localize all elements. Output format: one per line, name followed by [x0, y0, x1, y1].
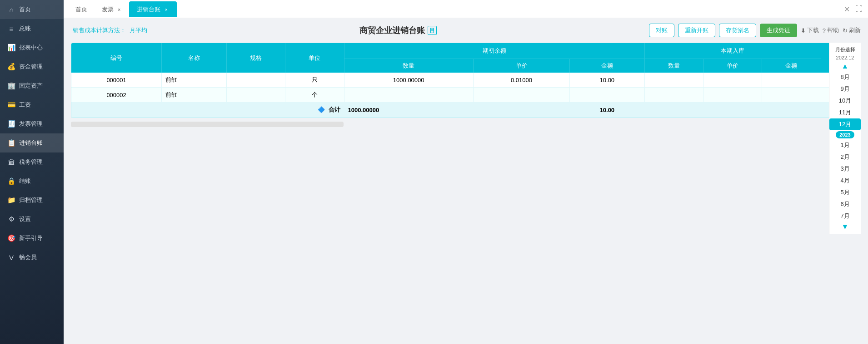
- col-header-spec: 规格: [226, 43, 285, 73]
- generate-voucher-button[interactable]: 生成凭证: [760, 24, 797, 37]
- sidebar-item-ledger[interactable]: ≡ 总账: [0, 19, 64, 38]
- stock-ledger-table: 编号 名称 规格 单位 期初余额 本期入库 数 数量 单价 金额 数: [71, 43, 860, 118]
- total-ruku-amount: [762, 103, 821, 118]
- sidebar-item-member[interactable]: V 畅会员: [0, 248, 64, 267]
- save-alias-button[interactable]: 存货别名: [719, 24, 756, 37]
- window-maximize-button[interactable]: ⛶: [853, 4, 864, 14]
- cell-ruku-qty: [644, 88, 703, 103]
- month-item-4[interactable]: 4月: [829, 175, 861, 187]
- sidebar-item-invoice-mgmt[interactable]: 🧾 发票管理: [0, 114, 64, 133]
- tab-invoice-close[interactable]: ×: [116, 6, 122, 13]
- table-body: 000001 前缸 只 1000.00000 0.01000 10.00: [71, 73, 860, 118]
- col-header-unit: 单位: [285, 43, 344, 73]
- cell-unit: 只: [285, 73, 344, 88]
- col-sub-qichu-qty: 数量: [344, 59, 473, 73]
- col-header-qichu: 期初余额: [344, 43, 644, 59]
- tab-stock-ledger[interactable]: 进销台账 ×: [129, 1, 176, 17]
- cell-ruku-price: [703, 88, 762, 103]
- cell-qichu-qty: 1000.00000: [344, 73, 473, 88]
- cell-id: 000001: [71, 73, 162, 88]
- month-item-7[interactable]: 7月: [829, 210, 861, 222]
- sidebar-item-label: 首页: [19, 5, 31, 14]
- tab-invoice-label: 发票: [102, 5, 114, 14]
- total-qichu-qty: 1000.00000: [344, 103, 473, 118]
- sidebar-item-fixed-assets[interactable]: 🏢 固定资产: [0, 76, 64, 95]
- tab-home-label: 首页: [75, 5, 87, 14]
- help-button[interactable]: ? 帮助: [823, 26, 839, 34]
- page-title-text: 商贸企业进销台账: [359, 25, 425, 36]
- refresh-button[interactable]: ↻ 刷新: [843, 26, 861, 34]
- col-sub-ruku-price: 单价: [703, 59, 762, 73]
- month-item-9[interactable]: 9月: [829, 83, 861, 95]
- settings-icon: ⚙: [7, 215, 15, 223]
- month-item-5[interactable]: 5月: [829, 187, 861, 198]
- year-marker-2023: 2023: [836, 131, 854, 138]
- month-item-6[interactable]: 6月: [829, 198, 861, 210]
- sidebar-item-payroll[interactable]: 💳 工资: [0, 95, 64, 114]
- total-ruku-qty: [644, 103, 703, 118]
- sidebar-item-stock-ledger[interactable]: 📋 进销台账: [0, 133, 64, 152]
- tab-stock-ledger-close[interactable]: ×: [163, 6, 169, 13]
- download-button[interactable]: ⬇ 下载: [801, 26, 819, 34]
- month-item-12[interactable]: 12月: [829, 118, 861, 130]
- sidebar-item-archive[interactable]: 📁 归档管理: [0, 191, 64, 210]
- sidebar-item-label: 工资: [19, 101, 31, 109]
- cell-spec: [226, 88, 285, 103]
- window-controls: ✕ ⛶: [842, 0, 868, 18]
- sidebar-item-tax[interactable]: 🏛 税务管理: [0, 152, 64, 172]
- col-sub-ruku-qty: 数量: [644, 59, 703, 73]
- total-qichu-price: [473, 103, 569, 118]
- stock-ledger-icon: 📋: [7, 139, 15, 147]
- table-row: 000001 前缸 只 1000.00000 0.01000 10.00: [71, 73, 860, 88]
- tab-stock-ledger-label: 进销台账: [137, 5, 160, 14]
- tax-icon: 🏛: [7, 158, 15, 166]
- table-month-wrapper: 编号 名称 规格 单位 期初余额 本期入库 数 数量 单价 金额 数: [71, 43, 861, 118]
- table-row: 000002 前缸 个: [71, 88, 860, 103]
- sidebar-item-label: 进销台账: [19, 139, 43, 147]
- funds-icon: 💰: [7, 63, 15, 71]
- cell-id: 000002: [71, 88, 162, 103]
- month-item-10[interactable]: 10月: [829, 95, 861, 107]
- month-scroll-down[interactable]: ▼: [842, 222, 849, 232]
- sidebar-item-label: 固定资产: [19, 82, 43, 90]
- sidebar-item-close[interactable]: 🔒 结账: [0, 172, 64, 191]
- sidebar-item-label: 畅会员: [19, 253, 37, 261]
- sidebar-item-reports[interactable]: 📊 报表中心: [0, 38, 64, 57]
- main-area: 首页 发票 × 进销台账 × ✕ ⛶ 销售成本计算方法： 月平均 商贸: [64, 0, 868, 344]
- horizontal-scrollbar[interactable]: [71, 122, 344, 127]
- tab-invoice[interactable]: 发票 ×: [95, 2, 129, 17]
- close-period-icon: 🔒: [7, 177, 15, 185]
- reconcile-button[interactable]: 对账: [649, 24, 674, 37]
- sidebar-item-settings[interactable]: ⚙ 设置: [0, 210, 64, 229]
- sidebar-item-label: 新手引导: [19, 234, 43, 242]
- sidebar-item-label: 资金管理: [19, 63, 43, 71]
- cell-name: 前缸: [162, 88, 227, 103]
- invoice-mgmt-icon: 🧾: [7, 120, 15, 128]
- month-item-1[interactable]: 1月: [829, 139, 861, 151]
- tab-home[interactable]: 首页: [68, 2, 95, 17]
- cost-method-label: 销售成本计算方法：: [73, 27, 126, 34]
- page-title-icon[interactable]: 目: [428, 26, 437, 35]
- sidebar-item-label: 归档管理: [19, 196, 43, 204]
- cost-method-value: 月平均: [130, 27, 147, 34]
- month-item-2[interactable]: 2月: [829, 151, 861, 163]
- cell-name: 前缸: [162, 73, 227, 88]
- col-sub-qichu-amount: 金额: [570, 59, 644, 73]
- month-panel: 月份选择 2022.12 ▲ 8月 9月 10月 11月 12月 2023 1月…: [829, 43, 861, 234]
- content-area: 销售成本计算方法： 月平均 商贸企业进销台账 目 对账 重新开账 存货别名 生成…: [64, 18, 868, 344]
- sidebar-item-funds[interactable]: 💰 资金管理: [0, 57, 64, 76]
- fixed-assets-icon: 🏢: [7, 82, 15, 90]
- sidebar-item-guide[interactable]: 🎯 新手引导: [0, 229, 64, 248]
- month-item-11[interactable]: 11月: [829, 107, 861, 118]
- month-scroll-up[interactable]: ▲: [842, 61, 849, 71]
- cell-spec: [226, 73, 285, 88]
- archive-icon: 📁: [7, 196, 15, 204]
- toolbar: 对账 重新开账 存货别名 生成凭证 ⬇ 下载 ? 帮助 ↻ 刷新: [649, 24, 861, 37]
- month-item-3[interactable]: 3月: [829, 163, 861, 175]
- reopen-button[interactable]: 重新开账: [678, 24, 715, 37]
- total-row: 🔷 合计 1000.00000 10.00: [71, 103, 860, 118]
- month-item-8[interactable]: 8月: [829, 71, 861, 83]
- cell-qichu-price: [473, 88, 569, 103]
- window-close-button[interactable]: ✕: [842, 4, 852, 15]
- sidebar-item-home[interactable]: ⌂ 首页: [0, 0, 64, 19]
